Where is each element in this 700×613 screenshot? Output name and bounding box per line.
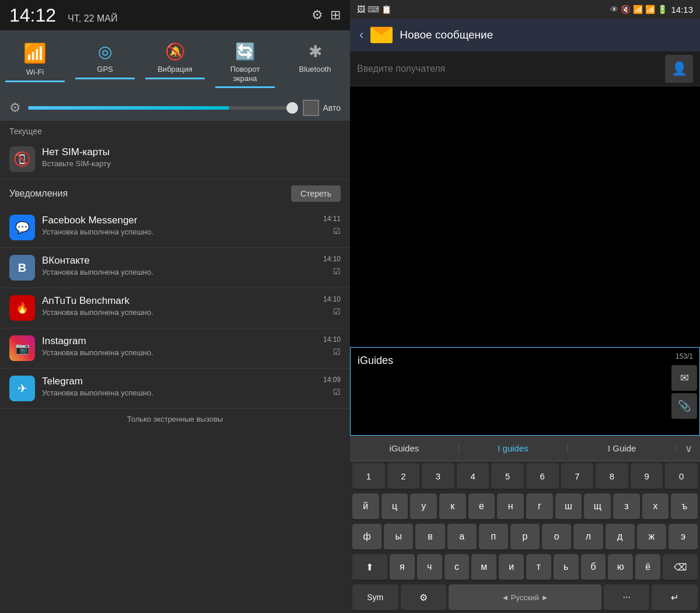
telegram-meta: 14:09 ☑: [323, 376, 341, 397]
key-0[interactable]: 0: [665, 463, 698, 490]
key-м[interactable]: м: [471, 554, 496, 581]
toggle-rotation[interactable]: 🔄 Поворотэкрана: [213, 37, 277, 90]
key-п[interactable]: п: [479, 524, 508, 551]
keyboard-row-1: й ц у к е н г ш щ з х ъ: [350, 492, 700, 522]
key-3[interactable]: 3: [422, 463, 454, 490]
message-compose-area: iGuides 153/1 ✉ 📎: [350, 347, 700, 436]
toggle-vibration[interactable]: 🔕 Вибрация: [143, 37, 207, 90]
key-й[interactable]: й: [352, 493, 379, 520]
autocomplete-option-1[interactable]: I guides: [459, 443, 568, 453]
key-з[interactable]: з: [613, 493, 640, 520]
current-section-label: Текущее: [9, 127, 42, 136]
key-д[interactable]: д: [606, 524, 635, 551]
key-2[interactable]: 2: [387, 463, 420, 490]
key-л[interactable]: л: [573, 524, 603, 551]
rotation-underline: [215, 86, 275, 88]
key-ш[interactable]: ш: [555, 493, 582, 520]
settings-icon[interactable]: ⚙: [312, 8, 323, 23]
key-9[interactable]: 9: [631, 463, 663, 490]
key-4[interactable]: 4: [457, 463, 489, 490]
fb-subtitle: Установка выполнена успешно.: [42, 227, 316, 236]
status-bar-right: 🖼 ⌨ 📋 👁 🔇 📶 📶 🔋 14:13: [350, 0, 700, 19]
fb-content: Facebook Messenger Установка выполнена у…: [42, 215, 316, 236]
key-с[interactable]: с: [444, 554, 470, 581]
backspace-key[interactable]: ⌫: [663, 554, 698, 581]
sim-notification[interactable]: 📵 Нет SIM-карты Вставьте SIM-карту: [0, 139, 350, 180]
key-у[interactable]: у: [410, 493, 437, 520]
clear-notifications-button[interactable]: Стереть: [291, 185, 341, 202]
autocomplete-dropdown[interactable]: ∨: [677, 436, 700, 461]
keyboard-settings-key[interactable]: ⚙: [401, 584, 447, 611]
vk-meta: 14:10 ☑: [323, 255, 341, 276]
wifi-status-icon: 📶: [633, 5, 643, 14]
notification-telegram[interactable]: ✈ Telegram Установка выполнена успешно. …: [0, 369, 350, 409]
brightness-slider[interactable]: [28, 106, 296, 110]
send-button[interactable]: ✉: [671, 365, 697, 391]
back-button[interactable]: ‹: [359, 27, 363, 43]
quick-toggles: 📶 Wi-Fi ◎ GPS 🔕 Вибрация 🔄 Поворотэкрана: [0, 30, 350, 121]
space-key-label: ◄ Русский ►: [501, 593, 548, 602]
toggle-gps[interactable]: ◎ GPS: [73, 37, 137, 90]
toggle-gps-label: GPS: [97, 65, 113, 74]
key-7[interactable]: 7: [561, 463, 594, 490]
telegram-check: ☑: [333, 387, 341, 397]
contact-icon: 👤: [671, 61, 687, 76]
key-к[interactable]: к: [439, 493, 466, 520]
contact-picker-button[interactable]: 👤: [665, 55, 693, 83]
key-ж[interactable]: ж: [637, 524, 666, 551]
recipient-input[interactable]: [357, 64, 659, 74]
sym-key[interactable]: Sym: [352, 584, 398, 611]
notification-instagram[interactable]: 📷 Instagram Установка выполнена успешно.…: [0, 328, 350, 369]
auto-button[interactable]: Авто: [303, 100, 341, 116]
key-ь[interactable]: ь: [554, 554, 579, 581]
toggle-row: 📶 Wi-Fi ◎ GPS 🔕 Вибрация 🔄 Поворотэкрана: [0, 37, 350, 95]
toggle-bluetooth[interactable]: ✱ Bluetooth: [283, 37, 347, 90]
key-8[interactable]: 8: [596, 463, 628, 490]
autocomplete-option-2[interactable]: I Guide: [568, 443, 677, 453]
key-ё[interactable]: ё: [635, 554, 660, 581]
notification-fb[interactable]: 💬 Facebook Messenger Установка выполнена…: [0, 208, 350, 248]
key-ф[interactable]: ф: [352, 524, 382, 551]
key-э[interactable]: э: [668, 524, 698, 551]
key-х[interactable]: х: [642, 493, 669, 520]
key-а[interactable]: а: [447, 524, 477, 551]
key-о[interactable]: о: [542, 524, 571, 551]
notification-vk[interactable]: В ВКонтакте Установка выполнена успешно.…: [0, 248, 350, 288]
compose-text-area[interactable]: iGuides: [351, 348, 669, 435]
emergency-text: Только экстренные вызовы: [0, 409, 350, 429]
key-и[interactable]: и: [499, 554, 524, 581]
dots-key[interactable]: ···: [604, 584, 650, 611]
notification-antutu[interactable]: 🔥 AnTuTu Benchmark Установка выполнена у…: [0, 288, 350, 328]
key-в[interactable]: в: [415, 524, 444, 551]
key-ю[interactable]: ю: [608, 554, 633, 581]
key-е[interactable]: е: [468, 493, 495, 520]
wifi-underline: [5, 80, 65, 82]
key-н[interactable]: н: [497, 493, 524, 520]
grid-icon[interactable]: ⊞: [330, 8, 341, 23]
key-б[interactable]: б: [581, 554, 606, 581]
key-я[interactable]: я: [390, 554, 415, 581]
right-panel: 🖼 ⌨ 📋 👁 🔇 📶 📶 🔋 14:13 ‹ Новое сообщение …: [350, 0, 700, 613]
shift-key[interactable]: ⬆: [352, 554, 387, 581]
key-г[interactable]: г: [526, 493, 553, 520]
key-ъ[interactable]: ъ: [671, 493, 698, 520]
key-т[interactable]: т: [526, 554, 551, 581]
key-1[interactable]: 1: [352, 463, 385, 490]
attach-button[interactable]: 📎: [671, 393, 697, 419]
key-ц[interactable]: ц: [382, 493, 408, 520]
autocomplete-option-0[interactable]: iGuides: [350, 443, 459, 453]
key-р[interactable]: р: [510, 524, 540, 551]
key-ч[interactable]: ч: [417, 554, 442, 581]
toggle-wifi[interactable]: 📶 Wi-Fi: [3, 37, 67, 90]
key-5[interactable]: 5: [491, 463, 524, 490]
toggle-vibration-label: Вибрация: [158, 65, 192, 74]
vibration-icon: 🔕: [165, 42, 186, 61]
enter-key[interactable]: ↵: [652, 584, 698, 611]
space-key[interactable]: ◄ Русский ►: [449, 584, 601, 611]
key-6[interactable]: 6: [526, 463, 559, 490]
key-ы[interactable]: ы: [384, 524, 413, 551]
auto-checkbox[interactable]: [303, 100, 319, 116]
key-щ[interactable]: щ: [584, 493, 611, 520]
toggle-wifi-label: Wi-Fi: [26, 68, 44, 77]
brightness-fill: [28, 106, 229, 110]
